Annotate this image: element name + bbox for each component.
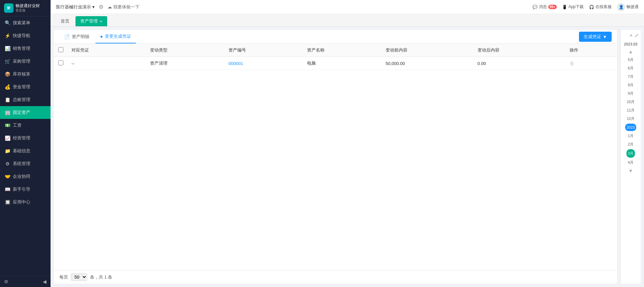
sidebar-settings-icon[interactable]: ⚙ [4, 279, 8, 284]
col-name: 资产名称 [303, 44, 381, 57]
sidebar-ledger-label: 总账管理 [13, 97, 30, 103]
sidebar-scroll: 🔍 搜索菜单 ⚡ 快捷导航 📊 销售管理 🛒 采购管理 📦 库存核算 💰 资金管… [0, 17, 51, 276]
sidebar-operations-label: 经营管理 [13, 135, 30, 141]
col-type: 变动类型 [146, 44, 224, 57]
tab-asset-management[interactable]: 资产管理 × [75, 16, 107, 26]
sidebar-cooperation-label: 企业协同 [13, 173, 30, 180]
sidebar-finance-label: 资金管理 [13, 84, 30, 90]
header-right: 💬 消息 99+ 📱 App下载 🎧 在线客服 👤 畅捷通 [532, 3, 639, 11]
col-before: 变动前内容 [381, 44, 473, 57]
sidebar-basicinfo-label: 基础信息 [13, 148, 30, 154]
sidebar-system-label: 系统管理 [13, 161, 30, 167]
sub-tab-detail[interactable]: 📄 资产明细 [59, 30, 94, 43]
sidebar-item-sales[interactable]: 📊 销售管理 [0, 42, 51, 55]
month-9[interactable]: 9月 [621, 89, 641, 98]
app-title: 畅捷通好业财 [16, 3, 40, 8]
sidebar-item-cooperation[interactable]: 🤝 企业协同 [0, 170, 51, 183]
company-name: 医疗器械行业演示 [56, 4, 91, 10]
month-7[interactable]: 7月 [621, 72, 641, 81]
month-6[interactable]: 6月 [621, 64, 641, 72]
finance-icon: 💰 [5, 84, 10, 90]
newguide-icon: 📖 [5, 187, 10, 192]
table-header-row: 对应凭证 变动类型 资产编号 资产名称 变动前内容 变动后内容 操作 [54, 44, 617, 57]
month-2[interactable]: 2月 [621, 140, 641, 149]
sidebar-item-appcenter[interactable]: 🔲 应用中心 [0, 196, 51, 209]
sidebar-item-quicknav[interactable]: ⚡ 快捷导航 [0, 29, 51, 42]
user-avatar: 👤 [617, 3, 625, 11]
experience-button[interactable]: ☁ 我要体验一下 [108, 4, 140, 10]
month-5[interactable]: 5月 [621, 56, 641, 64]
row-after: 0.00 [473, 57, 565, 70]
message-badge: 99+ [548, 5, 557, 9]
app-download-button[interactable]: 📱 App下载 [562, 4, 584, 10]
total-label: 条，共 1 条 [90, 274, 112, 280]
sidebar-item-ledger[interactable]: 📋 总账管理 [0, 93, 51, 106]
page-content: 📄 资产明细 ● 变更生成凭证 生成凭证 ▼ [54, 30, 617, 284]
sidebar-item-basicinfo[interactable]: 📁 基础信息 [0, 145, 51, 157]
message-button[interactable]: 💬 消息 99+ [532, 4, 557, 10]
generate-voucher-button[interactable]: 生成凭证 ▼ [579, 32, 612, 42]
detail-tab-icon: 📄 [64, 34, 70, 39]
year-2023[interactable]: 2023 [625, 124, 636, 131]
sidebar-item-payroll[interactable]: 💵 工资 [0, 119, 51, 132]
col-action: 操作 [565, 44, 617, 57]
side-panel-close-icon[interactable]: × [630, 33, 633, 38]
inventory-icon: 📦 [5, 71, 10, 77]
month-4[interactable]: 4月 [621, 158, 641, 167]
ledger-icon: 📋 [5, 97, 10, 102]
sidebar-item-search[interactable]: 🔍 搜索菜单 [0, 17, 51, 29]
col-checkbox [54, 44, 67, 57]
page-size-select[interactable]: 50 [71, 273, 87, 281]
select-all-checkbox[interactable] [58, 47, 63, 52]
user-menu[interactable]: 👤 畅捷通 [617, 3, 639, 11]
user-name: 畅捷通 [626, 4, 639, 10]
side-panel-header: × ⤢ [621, 30, 641, 41]
table-footer: 每页 50 条，共 1 条 [54, 270, 617, 284]
sidebar-appcenter-label: 应用中心 [13, 199, 30, 205]
app-download-label: App下载 [569, 4, 584, 10]
cloud-icon: ☁ [108, 4, 112, 9]
sidebar-item-assets[interactable]: 🏢 固定资产 [0, 106, 51, 119]
sidebar-purchase-label: 采购管理 [13, 58, 30, 64]
sub-tab-detail-label: 资产明细 [72, 34, 89, 40]
customer-service-button[interactable]: 🎧 在线客服 [589, 4, 612, 10]
sidebar-item-finance[interactable]: 💰 资金管理 [0, 81, 51, 93]
sidebar-item-purchase[interactable]: 🛒 采购管理 [0, 55, 51, 68]
month-10[interactable]: 10月 [621, 98, 641, 106]
header-settings-icon[interactable]: ⚙ [99, 4, 103, 10]
month-8[interactable]: 8月 [621, 81, 641, 89]
sidebar-item-newguide[interactable]: 📖 新手引导 [0, 183, 51, 196]
sidebar-item-inventory[interactable]: 📦 库存核算 [0, 68, 51, 81]
month-12[interactable]: 12月 [621, 115, 641, 123]
experience-label: 我要体验一下 [113, 4, 140, 10]
sub-tab-voucher-label: 变更生成凭证 [105, 33, 131, 39]
side-panel-expand-icon[interactable]: ⤢ [635, 33, 639, 38]
row-checkbox[interactable] [58, 60, 63, 65]
generate-dropdown-icon: ▼ [603, 34, 607, 39]
main-content: 医疗器械行业演示 ▾ ⚙ ☁ 我要体验一下 💬 消息 99+ 📱 App下载 🎧… [51, 0, 644, 287]
delete-icon[interactable]: 🗑 [570, 61, 574, 66]
sidebar-item-system[interactable]: ⚙ 系统管理 [0, 157, 51, 170]
month-1[interactable]: 1月 [621, 132, 641, 140]
sub-tab-voucher[interactable]: ● 变更生成凭证 [95, 30, 136, 43]
tab-close-icon[interactable]: × [100, 19, 102, 24]
month-11[interactable]: 11月 [621, 106, 641, 115]
company-selector[interactable]: 医疗器械行业演示 ▾ [56, 4, 95, 10]
tab-home[interactable]: 首页 [56, 16, 74, 26]
table-row: -- 资产清理 000001 电脑 50,000.00 0.00 🗑 [54, 57, 617, 70]
sidebar-item-operations[interactable]: 📈 经营管理 [0, 132, 51, 145]
month-3-current[interactable]: 3月 [626, 149, 635, 158]
assets-icon: 🏢 [5, 110, 10, 115]
customer-service-label: 在线客服 [595, 4, 612, 10]
sidebar-logo: 财 畅捷通好业财 普及版 [0, 0, 51, 17]
row-code: 000001 [224, 57, 303, 70]
sidebar-collapse-icon[interactable]: ◀ [43, 279, 47, 284]
voucher-tab-icon: ● [100, 34, 103, 39]
tab-bar: 首页 资产管理 × [51, 14, 644, 27]
month-down-arrow[interactable]: ▼ [628, 167, 633, 175]
app-icon: 📱 [562, 5, 567, 9]
month-up-arrow[interactable]: ▲ [628, 47, 633, 56]
col-voucher: 对应凭证 [67, 44, 146, 57]
sidebar-sales-label: 销售管理 [13, 45, 30, 52]
quicknav-icon: ⚡ [5, 33, 10, 38]
